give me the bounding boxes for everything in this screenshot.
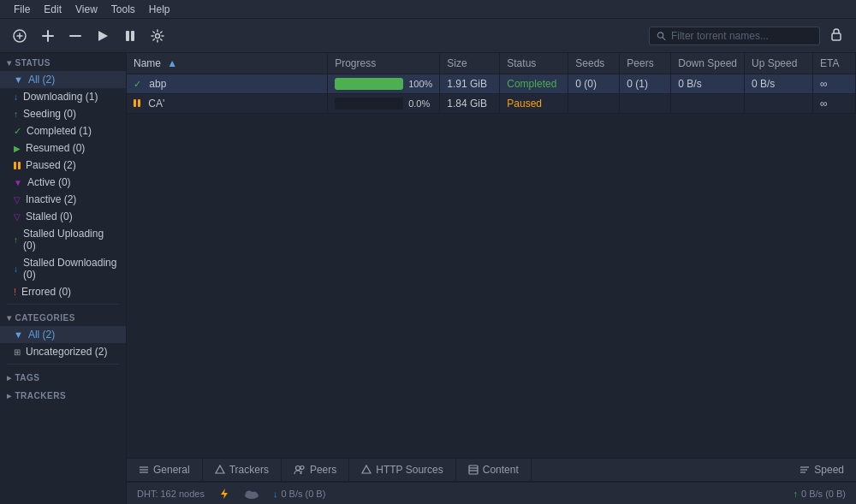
sidebar-item-cat-all[interactable]: ▼ All (2) [0, 326, 126, 343]
categories-section-header[interactable]: ▾ CATEGORIES [0, 308, 126, 326]
dht-status: DHT: 162 nodes [137, 489, 205, 499]
svg-rect-15 [469, 465, 478, 474]
torrent-peers-cell: 0 (1) [620, 74, 671, 94]
sidebar-item-completed[interactable]: ✓ Completed (1) [0, 122, 126, 139]
tab-trackers[interactable]: Trackers [203, 459, 282, 481]
torrent-progress-cell: 0.0% [328, 94, 440, 114]
sidebar: ▾ STATUS ▼ All (2) ↓ Downloading (1) ↑ S… [0, 53, 127, 504]
table-row[interactable]: CA' 0.0% 1.84 GiB Paused [127, 94, 856, 114]
sidebar-item-stalled-uploading[interactable]: ↑ Stalled Uploading (0) [0, 225, 126, 254]
remove-button[interactable] [63, 26, 87, 46]
download-speed: ↓ 0 B/s (0 B) [273, 489, 325, 499]
svg-point-12 [295, 466, 300, 471]
tab-general[interactable]: General [127, 459, 203, 481]
general-icon [139, 465, 149, 475]
svg-marker-14 [362, 465, 371, 473]
cloud-icon [244, 489, 259, 499]
progress-bar [335, 78, 403, 90]
menu-help[interactable]: Help [142, 2, 177, 17]
svg-point-24 [251, 491, 257, 496]
status-section-header[interactable]: ▾ STATUS [0, 53, 126, 71]
trackers-section-header[interactable]: ▸ TRACKERS [0, 386, 126, 404]
cat-all-icon: ▼ [14, 329, 23, 340]
sidebar-item-all[interactable]: ▼ All (2) [0, 71, 126, 88]
search-icon [657, 31, 666, 41]
progress-bar-fill [335, 78, 403, 90]
lightning-icon [218, 488, 230, 500]
pause-button[interactable] [118, 26, 142, 46]
sidebar-item-seeding[interactable]: ↑ Seeding (0) [0, 105, 126, 122]
add-button[interactable] [36, 26, 60, 46]
svg-point-13 [300, 466, 304, 470]
sidebar-item-active[interactable]: ▼ Active (0) [0, 174, 126, 191]
sidebar-item-stalled-downloading[interactable]: ↓ Stalled Downloading (0) [0, 254, 126, 283]
paused-icon [14, 162, 21, 169]
connection-icon-container [218, 488, 230, 500]
table-row[interactable]: ✓ abp 100% 1.91 GiB Comp [127, 74, 856, 94]
sidebar-item-paused[interactable]: Paused (2) [0, 157, 126, 174]
sidebar-item-uncategorized[interactable]: ⊞ Uncategorized (2) [0, 343, 126, 360]
tab-speed[interactable]: Speed [788, 459, 856, 481]
search-box[interactable] [649, 27, 820, 45]
start-button[interactable] [91, 26, 115, 46]
svg-line-6 [663, 37, 665, 39]
resumed-icon: ▶ [14, 144, 21, 153]
col-eta[interactable]: ETA [813, 53, 856, 74]
uncategorized-icon: ⊞ [14, 347, 21, 357]
menu-view[interactable]: View [68, 2, 104, 17]
speed-icon [800, 465, 810, 475]
col-progress[interactable]: Progress [328, 53, 440, 74]
inactive-icon: ▽ [14, 195, 21, 205]
torrent-seeds-cell: 0 (0) [568, 74, 620, 94]
sidebar-divider-1 [7, 304, 119, 305]
status-chevron: ▾ [7, 58, 12, 68]
col-peers[interactable]: Peers [620, 53, 671, 74]
trackers-chevron: ▸ [7, 391, 12, 400]
torrent-down-speed-cell [671, 94, 745, 114]
sidebar-item-errored[interactable]: ! Errored (0) [0, 283, 126, 300]
sidebar-item-inactive[interactable]: ▽ Inactive (2) [0, 191, 126, 208]
up-arrow-icon: ↑ [794, 489, 799, 499]
status-bar: DHT: 162 nodes ↓ 0 B/s (0 B) ↑ [127, 482, 856, 504]
row2-pause-icon [134, 99, 140, 107]
col-seeds[interactable]: Seeds [568, 53, 620, 74]
content-icon [468, 465, 479, 475]
bottom-tabs: General Trackers Peers [127, 459, 856, 482]
tab-content[interactable]: Content [456, 459, 532, 481]
col-up-speed[interactable]: Up Speed [745, 53, 813, 74]
add-torrent-link-button[interactable] [7, 25, 33, 47]
sidebar-item-resumed[interactable]: ▶ Resumed (0) [0, 139, 126, 157]
tab-peers[interactable]: Peers [282, 459, 349, 481]
col-size[interactable]: Size [440, 53, 500, 74]
torrent-eta-cell: ∞ [813, 94, 856, 114]
progress-bar [335, 98, 403, 110]
stalled-downloading-icon: ↓ [14, 264, 18, 274]
lock-button[interactable] [823, 23, 849, 49]
menu-file[interactable]: File [7, 2, 37, 17]
torrent-name-cell: CA' [127, 94, 328, 114]
completed-icon: ✓ [14, 126, 21, 137]
col-status[interactable]: Status [500, 53, 568, 74]
upload-speed: ↑ 0 B/s (0 B) [794, 489, 846, 499]
down-arrow-icon: ↓ [273, 489, 278, 499]
svg-marker-21 [221, 489, 228, 499]
svg-rect-3 [131, 31, 134, 41]
main-layout: ▾ STATUS ▼ All (2) ↓ Downloading (1) ↑ S… [0, 53, 856, 504]
torrent-status-cell: Paused [500, 94, 568, 114]
toolbar [0, 19, 856, 53]
torrent-peers-cell [620, 94, 671, 114]
search-input[interactable] [671, 30, 812, 42]
col-down-speed[interactable]: Down Speed [671, 53, 745, 74]
menu-edit[interactable]: Edit [37, 2, 68, 17]
col-name[interactable]: Name ▲ [127, 53, 328, 74]
stalled-uploading-icon: ↑ [14, 235, 18, 245]
settings-button[interactable] [146, 26, 169, 46]
tags-section-header[interactable]: ▸ TAGS [0, 368, 126, 386]
sidebar-item-stalled[interactable]: ▽ Stalled (0) [0, 208, 126, 225]
sort-asc-icon: ▲ [167, 57, 177, 69]
http-sources-icon [361, 465, 372, 475]
torrent-status-cell: Completed [500, 74, 568, 94]
tab-http-sources[interactable]: HTTP Sources [349, 459, 455, 481]
menu-tools[interactable]: Tools [104, 2, 142, 17]
sidebar-item-downloading[interactable]: ↓ Downloading (1) [0, 88, 126, 105]
